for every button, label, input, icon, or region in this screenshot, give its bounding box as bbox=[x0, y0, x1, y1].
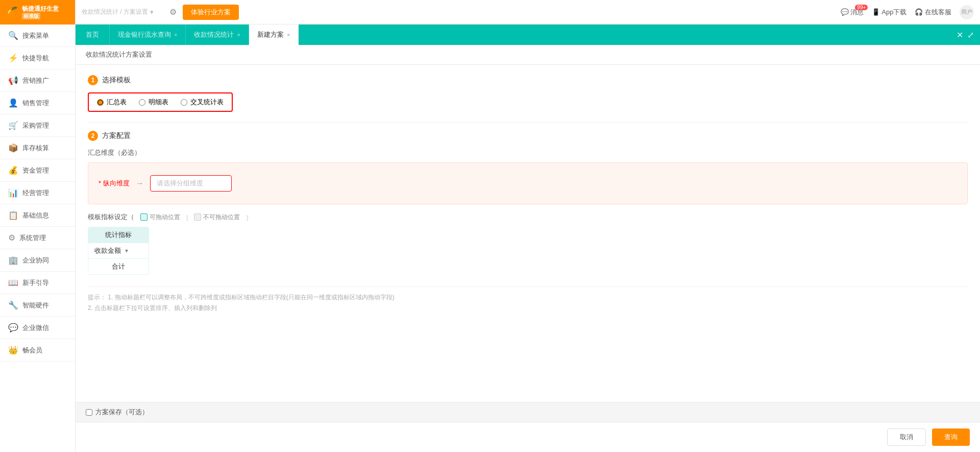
quick-nav-icon: ⚡ bbox=[8, 53, 18, 63]
step1-header: 1 选择模板 bbox=[88, 75, 968, 85]
settings-icon[interactable]: ⚙ bbox=[169, 7, 177, 17]
tab-bank[interactable]: 现金银行流水查询 × bbox=[110, 25, 186, 45]
tips-section: 提示： 1. 拖动标题栏可以调整布局，不可跨维度或指标区域拖动栏目字段(只能在同… bbox=[88, 287, 968, 313]
search-icon: 🔍 bbox=[8, 31, 18, 40]
sidebar-item-label: 采购管理 bbox=[22, 121, 49, 130]
sidebar-item-quick-nav[interactable]: ⚡ 快捷导航 bbox=[0, 47, 75, 69]
message-icon: 💬 bbox=[841, 8, 849, 16]
sidebar-item-purchase[interactable]: 🛒 采购管理 bbox=[0, 114, 75, 137]
radio-cross-label: 交叉统计表 bbox=[190, 98, 224, 107]
tab-expand-button[interactable]: ⤢ bbox=[967, 30, 974, 40]
vertical-dimension-label: * 纵向维度 bbox=[99, 179, 130, 188]
sidebar-item-label: 资金管理 bbox=[22, 166, 49, 175]
step1-number: 1 bbox=[88, 75, 98, 85]
tab-bar: 首页 现金银行流水查询 × 收款情况统计 × 新建方案 × ✕ ⤢ bbox=[76, 25, 980, 45]
metrics-row-1: 合计 bbox=[88, 258, 149, 274]
sidebar-item-guide[interactable]: 📖 新手引导 bbox=[0, 272, 75, 294]
radio-summary-label: 汇总表 bbox=[107, 98, 127, 107]
tab-bank-close[interactable]: × bbox=[174, 32, 177, 38]
sidebar-item-label: 企业微信 bbox=[22, 323, 49, 332]
radio-detail-input[interactable] bbox=[139, 99, 145, 106]
topbar: 收款情况统计 / 方案设置 ▾ ⚙ 体验行业方案 💬 消息 99+ 📱 App下… bbox=[76, 0, 980, 25]
purchase-icon: 🛒 bbox=[8, 121, 18, 130]
breadcrumb-chevron: ▾ bbox=[150, 8, 154, 16]
template-options: 汇总表 明细表 交叉统计表 bbox=[88, 92, 233, 112]
radio-detail[interactable]: 明细表 bbox=[139, 98, 168, 107]
notifications-badge: 99+ bbox=[855, 5, 868, 10]
tabbar-actions: ✕ ⤢ bbox=[950, 25, 980, 45]
sidebar-item-search[interactable]: 🔍 搜索菜单 bbox=[0, 25, 75, 47]
arrow-icon: → bbox=[136, 179, 144, 188]
sidebar-item-basic-info[interactable]: 📋 基础信息 bbox=[0, 204, 75, 227]
tab-new[interactable]: 新建方案 × bbox=[249, 25, 299, 45]
sidebar-item-member[interactable]: 👑 畅会员 bbox=[0, 339, 75, 362]
download-button[interactable]: 📱 App下载 bbox=[872, 8, 906, 17]
marketing-icon: 📢 bbox=[8, 76, 18, 85]
sidebar-item-inventory[interactable]: 📦 库存核算 bbox=[0, 137, 75, 159]
legend-draggable: 可拖动位置 bbox=[140, 213, 180, 222]
dimension-select[interactable]: 请选择分组维度 bbox=[150, 175, 232, 192]
sidebar-item-smart-hw[interactable]: 🔧 智能硬件 bbox=[0, 294, 75, 317]
industry-solution-button[interactable]: 体验行业方案 bbox=[183, 5, 239, 20]
operations-icon: 📊 bbox=[8, 188, 18, 198]
sidebar-item-corp-collab[interactable]: 🏢 企业协同 bbox=[0, 249, 75, 272]
tab-close-all-button[interactable]: ✕ bbox=[957, 30, 963, 40]
tab-home-label: 首页 bbox=[86, 30, 99, 39]
download-icon: 📱 bbox=[872, 8, 880, 16]
sidebar-item-label: 经营管理 bbox=[22, 188, 49, 198]
metrics-header: 模板指标设定（ 可拖动位置 | 不可拖动位置 ) bbox=[88, 212, 968, 222]
tab-stats[interactable]: 收款情况统计 × bbox=[186, 25, 249, 45]
dimension-placeholder: 请选择分组维度 bbox=[157, 179, 203, 187]
step2-number: 2 bbox=[88, 131, 98, 141]
legend-draggable-dot bbox=[140, 213, 148, 221]
metrics-row-0-dropdown[interactable]: ▾ bbox=[125, 247, 128, 254]
metrics-table-header: 统计指标 bbox=[88, 227, 149, 243]
legend-fixed-dot bbox=[194, 213, 201, 221]
metrics-header-label: 模板指标设定（ bbox=[88, 212, 134, 222]
tip-2-text: 2. 点击标题栏下拉可设置排序、插入列和删除列 bbox=[88, 304, 217, 312]
app-logo: 🍊 畅捷通好生意 标准版 bbox=[0, 0, 75, 25]
main-area: 收款情况统计 / 方案设置 ▾ ⚙ 体验行业方案 💬 消息 99+ 📱 App下… bbox=[76, 0, 980, 452]
radio-summary-input[interactable] bbox=[97, 99, 104, 106]
radio-cross-input[interactable] bbox=[181, 99, 187, 106]
query-button[interactable]: 查询 bbox=[932, 429, 970, 446]
sidebar-item-corp-wechat[interactable]: 💬 企业微信 bbox=[0, 317, 75, 339]
tab-new-label: 新建方案 bbox=[257, 30, 284, 39]
content-footer: 方案保存（可选） bbox=[76, 402, 980, 422]
cancel-button[interactable]: 取消 bbox=[887, 429, 926, 446]
logo-text: 畅捷通好生意 标准版 bbox=[22, 5, 59, 20]
step2-title: 方案配置 bbox=[102, 131, 131, 140]
system-icon: ⚙ bbox=[8, 233, 15, 243]
member-icon: 👑 bbox=[8, 345, 18, 355]
save-checkbox[interactable] bbox=[86, 409, 92, 416]
sidebar-item-finance[interactable]: 💰 资金管理 bbox=[0, 159, 75, 182]
save-label[interactable]: 方案保存（可选） bbox=[95, 408, 149, 417]
guide-icon: 📖 bbox=[8, 278, 18, 288]
sidebar-item-sales[interactable]: 👤 销售管理 bbox=[0, 92, 75, 114]
step2-header: 2 方案配置 bbox=[88, 131, 968, 141]
radio-summary[interactable]: 汇总表 bbox=[97, 98, 127, 107]
sidebar-item-label: 系统管理 bbox=[19, 233, 46, 243]
sidebar-item-system[interactable]: ⚙ 系统管理 bbox=[0, 227, 75, 249]
support-label: 在线客服 bbox=[925, 8, 951, 16]
step1-title: 选择模板 bbox=[102, 76, 131, 85]
sidebar-item-label: 快捷导航 bbox=[22, 54, 49, 63]
radio-cross[interactable]: 交叉统计表 bbox=[181, 98, 224, 107]
tab-new-close[interactable]: × bbox=[287, 32, 290, 38]
legend-fixed-label: 不可拖动位置 bbox=[203, 213, 240, 222]
metrics-table: 统计指标 收款金额 ▾ 合计 bbox=[88, 227, 149, 275]
sidebar-item-operations[interactable]: 📊 经营管理 bbox=[0, 182, 75, 204]
tip-1-text: 1. 拖动标题栏可以调整布局，不可跨维度或指标区域拖动栏目字段(只能在同一维度或… bbox=[108, 294, 394, 301]
support-button[interactable]: 🎧 在线客服 bbox=[915, 8, 951, 17]
notifications-button[interactable]: 💬 消息 99+ bbox=[841, 8, 864, 17]
basic-info-icon: 📋 bbox=[8, 210, 18, 220]
tab-stats-close[interactable]: × bbox=[237, 32, 240, 38]
corp-collab-icon: 🏢 bbox=[8, 255, 18, 265]
step2-section: 2 方案配置 汇总维度（必选） * 纵向维度 → 请选择分组维度 bbox=[88, 131, 968, 313]
page-header: 收款情况统计方案设置 bbox=[76, 45, 980, 65]
tab-home[interactable]: 首页 bbox=[76, 25, 110, 45]
sidebar-item-label: 智能硬件 bbox=[22, 301, 49, 310]
step1-section: 1 选择模板 汇总表 明细表 交叉统计表 bbox=[88, 75, 968, 112]
sidebar-item-marketing[interactable]: 📢 营销推广 bbox=[0, 69, 75, 92]
bottom-action-bar: 取消 查询 bbox=[76, 422, 980, 452]
